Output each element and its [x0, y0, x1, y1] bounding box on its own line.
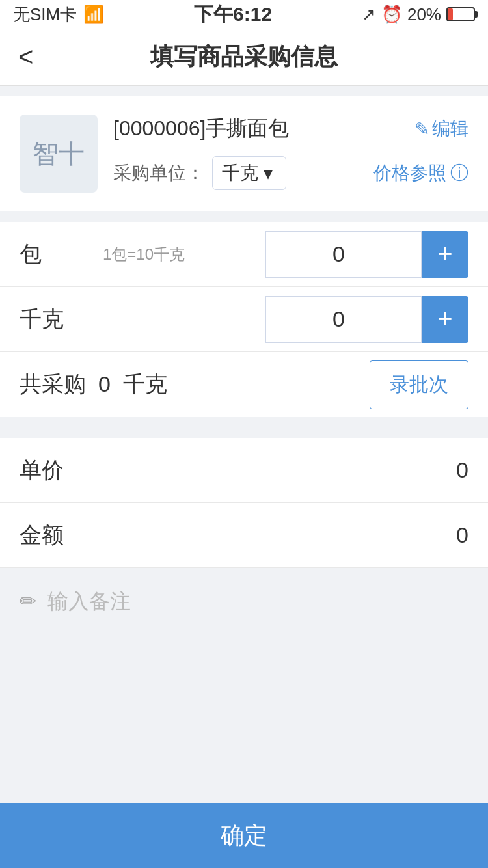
product-name-row: [0000006]手撕面包 ✎ 编辑	[113, 115, 468, 143]
edit-button[interactable]: ✎ 编辑	[414, 116, 468, 141]
unit-value: 千克	[222, 161, 258, 185]
edit-icon: ✎	[414, 118, 429, 140]
bottom-space	[0, 646, 488, 828]
pack-input-row: 包 1包=10千克 +	[0, 222, 488, 287]
amount-label: 金额	[20, 521, 64, 550]
unit-label: 采购单位： 千克 ▾	[113, 156, 286, 190]
info-icon: ⓘ	[450, 161, 468, 185]
pack-input[interactable]	[265, 231, 422, 278]
unit-price-label: 单价	[20, 455, 64, 485]
product-logo: 智十	[33, 136, 85, 172]
summary-text: 共采购 0 千克	[20, 370, 167, 400]
divider-1	[0, 211, 488, 222]
status-right: ↗ ⏰ 20%	[362, 5, 475, 25]
unit-price-value: 0	[456, 457, 468, 483]
nav-bar: < 填写商品采购信息	[0, 29, 488, 86]
wifi-icon: 📶	[83, 5, 104, 25]
remark-placeholder: 输入备注	[47, 588, 131, 616]
chevron-down-icon: ▾	[264, 163, 273, 184]
product-card: 智十 [0000006]手撕面包 ✎ 编辑 采购单位： 千克 ▾ 价格参照 ⓘ	[0, 96, 488, 211]
input-section: 包 1包=10千克 + 千克 + 共采购 0 千克 录批次	[0, 222, 488, 417]
battery-percent: 20%	[407, 5, 441, 25]
edit-label: 编辑	[432, 116, 468, 141]
amount-value: 0	[456, 522, 468, 548]
page-title: 填写商品采购信息	[150, 41, 338, 73]
unit-price-row: 单价 0	[0, 438, 488, 503]
gps-icon: ↗	[362, 5, 376, 25]
kg-input-row: 千克 +	[0, 287, 488, 352]
remark-section[interactable]: ✏ 输入备注	[0, 568, 488, 646]
price-section: 单价 0 金额 0	[0, 438, 488, 568]
amount-row: 金额 0	[0, 503, 488, 568]
product-image: 智十	[20, 115, 98, 193]
pack-sub: 1包=10千克	[103, 244, 185, 265]
confirm-button[interactable]: 确定	[0, 803, 488, 868]
carrier-label: 无SIM卡	[13, 3, 77, 26]
pack-plus-button[interactable]: +	[422, 231, 468, 278]
status-left: 无SIM卡 📶	[13, 3, 104, 26]
price-ref-label: 价格参照	[373, 161, 446, 185]
price-ref-button[interactable]: 价格参照 ⓘ	[373, 161, 468, 185]
back-button[interactable]: <	[18, 42, 33, 72]
product-name: [0000006]手撕面包	[113, 115, 289, 143]
status-bar: 无SIM卡 📶 下午6:12 ↗ ⏰ 20%	[0, 0, 488, 29]
unit-select[interactable]: 千克 ▾	[212, 156, 286, 190]
kg-plus-button[interactable]: +	[422, 296, 468, 343]
status-time: 下午6:12	[194, 1, 272, 28]
kg-control: +	[265, 296, 468, 343]
record-batch-button[interactable]: 录批次	[370, 360, 468, 409]
battery-icon	[446, 7, 475, 21]
summary-value: 0	[98, 372, 111, 396]
kg-input[interactable]	[265, 296, 422, 343]
kg-label: 千克	[20, 305, 98, 334]
alarm-icon: ⏰	[381, 5, 402, 25]
product-info: [0000006]手撕面包 ✎ 编辑 采购单位： 千克 ▾ 价格参照 ⓘ	[113, 115, 468, 190]
divider-2	[0, 417, 488, 427]
pack-control: +	[265, 231, 468, 278]
pencil-icon: ✏	[20, 589, 37, 614]
summary-row: 共采购 0 千克 录批次	[0, 352, 488, 417]
unit-row: 采购单位： 千克 ▾ 价格参照 ⓘ	[113, 156, 468, 190]
pack-label: 包	[20, 239, 98, 269]
